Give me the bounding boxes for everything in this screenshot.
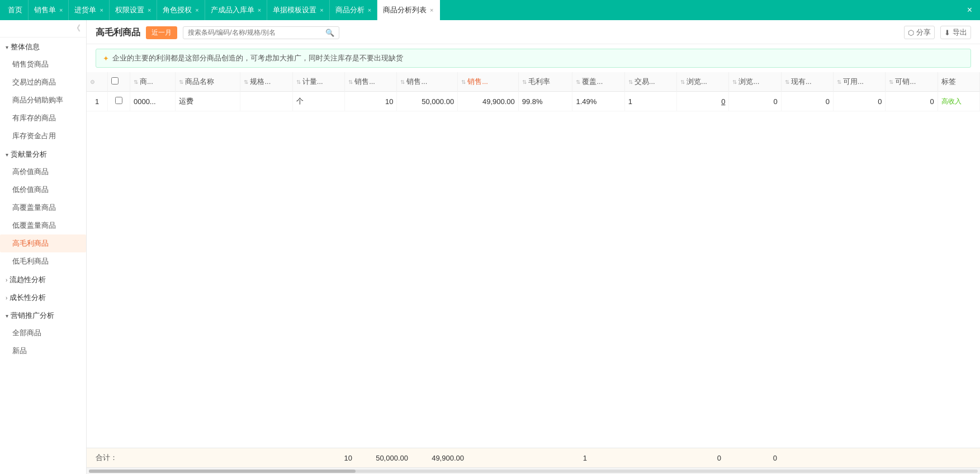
sidebar-item-traded-goods[interactable]: 交易过的商品 (0, 73, 86, 91)
header-actions: ⬡ 分享 ⬇ 导出 (904, 26, 971, 39)
nav-tab-purchase[interactable]: 进货单 × (69, 0, 109, 20)
cell-checkbox (108, 92, 130, 111)
sidebar-header: 《 (0, 20, 86, 37)
share-icon: ⬡ (908, 29, 914, 37)
main-layout: 《 ▾ 整体信息 销售货商品 交易过的商品 商品分销助购率 有库存的商品 库存资… (0, 20, 980, 474)
close-product-inbound-tab[interactable]: × (258, 7, 261, 13)
sidebar: 《 ▾ 整体信息 销售货商品 交易过的商品 商品分销助购率 有库存的商品 库存资… (0, 20, 87, 474)
arrow-icon-overall: ▾ (6, 44, 8, 50)
nav-tab-product-analysis[interactable]: 商品分析 × (330, 0, 377, 20)
col-unit: ⇅计量... (292, 72, 344, 92)
filter-recent-month-button[interactable]: 近一月 (146, 26, 177, 39)
cell-coverage: 1.49% (572, 92, 624, 111)
cell-saleable-stock: 0 (886, 92, 938, 111)
cell-code: 0000... (130, 92, 175, 111)
col-view1: ⇅浏览... (677, 72, 729, 92)
scrollbar-thumb[interactable] (89, 470, 356, 473)
content-header: 高毛利商品 近一月 🔍 ⬡ 分享 ⬇ 导出 (87, 20, 980, 44)
search-box: 🔍 (183, 26, 339, 39)
arrow-icon-contribution: ▾ (6, 152, 8, 158)
sidebar-item-stock-fund[interactable]: 库存资金占用 (0, 127, 86, 145)
col-coverage: ⇅覆盖... (572, 72, 624, 92)
close-product-analysis-tab[interactable]: × (368, 7, 371, 13)
close-purchase-tab[interactable]: × (100, 7, 103, 13)
nav-tab-role[interactable]: 角色授权 × (157, 0, 205, 20)
col-available-stock: ⇅可用... (834, 72, 886, 92)
sidebar-item-low-margin[interactable]: 低毛利商品 (0, 252, 86, 270)
sidebar-item-low-value[interactable]: 低价值商品 (0, 181, 86, 199)
sidebar-item-new-goods[interactable]: 新品 (0, 342, 86, 360)
cell-tag: 高收入 (938, 92, 979, 111)
export-icon: ⬇ (944, 29, 950, 37)
cell-gross-margin: 99.8% (518, 92, 572, 111)
col-sales-qty: ⇅销售... (345, 72, 397, 92)
select-all-checkbox[interactable] (111, 77, 119, 85)
close-role-tab[interactable]: × (195, 7, 198, 13)
data-table: ⚙ ⇅商... ⇅商品名称 ⇅规格... ⇅计量... ⇅销售... ⇅销售..… (87, 72, 980, 111)
share-button[interactable]: ⬡ 分享 (904, 26, 935, 39)
sidebar-item-high-coverage[interactable]: 高覆盖量商品 (0, 199, 86, 217)
cell-spec (240, 92, 292, 111)
close-permission-tab[interactable]: × (148, 7, 151, 13)
nav-tab-template[interactable]: 单据模板设置 × (267, 0, 329, 20)
cell-unit: 个 (292, 92, 344, 111)
footer-summary: 合计： 10 50,000.00 49,900.00 1 0 0 (87, 448, 980, 467)
col-saleable-stock: ⇅可销... (886, 72, 938, 92)
nav-tab-sales[interactable]: 销售单 × (29, 0, 69, 20)
sidebar-item-high-value[interactable]: 高价值商品 (0, 163, 86, 181)
sidebar-item-sales-assist[interactable]: 商品分销助购率 (0, 91, 86, 109)
cell-name: 运费 (175, 92, 240, 111)
table-header-row: ⚙ ⇅商... ⇅商品名称 ⇅规格... ⇅计量... ⇅销售... ⇅销售..… (87, 72, 980, 92)
content-area: 高毛利商品 近一月 🔍 ⬡ 分享 ⬇ 导出 ✦ 企业的主要的利润都是这部分商品创… (87, 20, 980, 474)
footer-label: 合计： (96, 453, 117, 463)
cell-view1[interactable]: 0 (677, 92, 729, 111)
col-sales-profit: ⇅销售... (458, 72, 519, 92)
cell-current-stock: 0 (781, 92, 833, 111)
search-input[interactable] (188, 29, 325, 36)
col-trade: ⇅交易... (624, 72, 676, 92)
footer-current-stock: 0 (676, 454, 721, 462)
footer-trade: 1 (542, 454, 587, 462)
col-code: ⇅商... (130, 72, 175, 92)
sidebar-group-marketing[interactable]: ▾ 营销推广分析 (0, 306, 86, 324)
page-title: 高毛利商品 (96, 27, 140, 39)
close-all-tabs[interactable]: × (962, 5, 978, 15)
scrollbar-track (89, 470, 978, 473)
table-container[interactable]: ⚙ ⇅商... ⇅商品名称 ⇅规格... ⇅计量... ⇅销售... ⇅销售..… (87, 72, 980, 448)
close-sales-tab[interactable]: × (59, 7, 63, 13)
info-banner: ✦ 企业的主要的利润都是这部分商品创造的，可考虑加大推广，同时关注库存是不要出现… (96, 49, 971, 68)
nav-tab-product-analysis-list[interactable]: 商品分析列表 × (377, 0, 439, 20)
nav-tab-home[interactable]: 首页 (2, 0, 29, 20)
cell-available-stock: 0 (834, 92, 886, 111)
cell-view2: 0 (729, 92, 781, 111)
sidebar-item-in-stock-goods[interactable]: 有库存的商品 (0, 109, 86, 127)
col-gross-margin: ⇅毛利率 (518, 72, 572, 92)
sidebar-item-all-goods[interactable]: 全部商品 (0, 324, 86, 342)
top-navigation: 首页 销售单 × 进货单 × 权限设置 × 角色授权 × 产成品入库单 × 单据… (0, 0, 980, 20)
sidebar-item-sales-goods[interactable]: 销售货商品 (0, 55, 86, 73)
nav-tab-product-inbound[interactable]: 产成品入库单 × (205, 0, 267, 20)
col-sales-amount: ⇅销售... (397, 72, 458, 92)
sidebar-collapse-button[interactable]: 《 (70, 22, 83, 35)
sidebar-group-overall[interactable]: ▾ 整体信息 (0, 37, 86, 55)
arrow-icon-growth: › (6, 295, 7, 301)
info-icon: ✦ (103, 54, 109, 63)
footer-sales-amount: 50,000.00 (363, 454, 408, 462)
arrow-icon-marketing: ▾ (6, 313, 8, 319)
sidebar-item-high-margin[interactable]: 高毛利商品 (0, 234, 86, 252)
arrow-icon-trend: › (6, 277, 7, 283)
footer-sales-profit: 49,900.00 (419, 454, 464, 462)
footer-available-stock: 0 (732, 454, 777, 462)
sidebar-group-trend[interactable]: › 流趋性分析 (0, 270, 86, 288)
sidebar-group-growth[interactable]: › 成长性分析 (0, 288, 86, 306)
export-button[interactable]: ⬇ 导出 (940, 26, 971, 39)
close-template-tab[interactable]: × (320, 7, 323, 13)
sidebar-group-contribution[interactable]: ▾ 贡献量分析 (0, 145, 86, 163)
nav-tab-permission[interactable]: 权限设置 × (110, 0, 157, 20)
cell-sales-qty: 10 (345, 92, 397, 111)
horizontal-scrollbar[interactable] (87, 467, 980, 474)
search-icon[interactable]: 🔍 (325, 29, 334, 37)
sidebar-item-low-coverage[interactable]: 低覆盖量商品 (0, 217, 86, 234)
row-checkbox[interactable] (115, 97, 122, 104)
close-product-analysis-list-tab[interactable]: × (430, 7, 433, 13)
